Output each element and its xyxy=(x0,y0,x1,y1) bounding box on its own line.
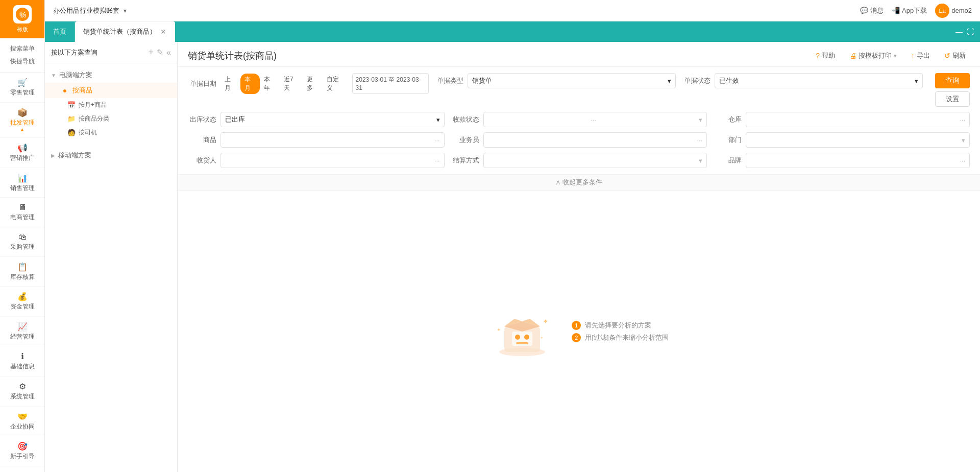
payment-label: 结算方式 xyxy=(451,156,479,165)
finance-label: 资金管理 xyxy=(10,303,35,311)
finance-icon: 💰 xyxy=(17,292,28,301)
help-icon: ? xyxy=(816,52,820,60)
tab-sales-stat[interactable]: 销货单统计表（按商品） ✕ xyxy=(75,21,175,42)
sidebar-item-system[interactable]: ⚙ 系统管理 xyxy=(0,376,44,407)
guide-label: 新手引导 xyxy=(10,453,35,461)
print-btn[interactable]: 🖨 按模板打印 ▾ xyxy=(845,49,901,62)
out-status-label: 出库状态 xyxy=(188,115,216,124)
collapse-bar[interactable]: ∧ 收起更多条件 xyxy=(178,175,980,191)
search-menu-label[interactable]: 搜索菜单 xyxy=(10,42,35,55)
department-label: 部门 xyxy=(713,135,742,145)
tab-maximize-icon[interactable]: ⛶ xyxy=(967,28,974,36)
doc-type-value: 销货单 xyxy=(472,76,492,85)
department-dropdown-icon: ▾ xyxy=(962,136,965,144)
date-tab-more[interactable]: 更多 xyxy=(303,74,323,94)
add-scheme-btn[interactable]: + xyxy=(149,47,154,58)
topbar-title: 办公用品行业模拟账套 xyxy=(53,6,119,15)
collapse-panel-btn[interactable]: « xyxy=(166,48,171,57)
pc-group-header[interactable]: ▼ 电脑端方案 xyxy=(45,67,177,83)
export-label: 导出 xyxy=(917,51,930,60)
app-download-btn[interactable]: 📲 App下载 xyxy=(892,6,927,15)
mobile-group-arrow: ▶ xyxy=(51,153,55,158)
payment-control[interactable]: ▾ xyxy=(483,153,707,168)
page-title: 销货单统计表(按商品) xyxy=(188,50,277,62)
receiver-dots: ··· xyxy=(434,157,440,164)
out-status-control[interactable]: 已出库 ▾ xyxy=(220,112,445,127)
refresh-btn[interactable]: ↺ 刷新 xyxy=(940,49,970,62)
sidebar-item-ecommerce[interactable]: 🖥 电商管理 xyxy=(0,198,44,227)
empty-steps: 1 请先选择要分析的方案 2 用[过滤]条件来缩小分析范围 xyxy=(572,321,668,342)
ecommerce-icon: 🖥 xyxy=(18,203,27,212)
sidebar-item-inventory[interactable]: 📋 库存核算 xyxy=(0,257,44,287)
system-label: 系统管理 xyxy=(10,393,35,401)
print-icon: 🖨 xyxy=(849,52,856,60)
brand-control[interactable]: ··· xyxy=(746,153,970,168)
logo-area[interactable]: 畅 标版 xyxy=(0,0,44,38)
tab-home[interactable]: 首页 xyxy=(45,21,75,42)
quick-nav-label[interactable]: 快捷导航 xyxy=(10,55,35,68)
left-panel: 按以下方案查询 + ✎ « ▼ 电脑端方案 ● 按商品 📅 按月 xyxy=(45,42,178,472)
product-control[interactable]: ··· xyxy=(220,132,445,148)
collect-status-dots: ··· xyxy=(591,116,596,124)
user-profile-btn[interactable]: Ea demo2 xyxy=(935,4,972,18)
help-btn[interactable]: ? 帮助 xyxy=(812,49,839,62)
receiver-control[interactable]: ··· xyxy=(220,153,445,168)
scheme-by-cashier[interactable]: 🧑 按司机 xyxy=(45,126,177,139)
user-name: demo2 xyxy=(951,7,972,14)
doc-status-control[interactable]: 已生效 ▾ xyxy=(715,73,923,88)
doc-status-dropdown-icon: ▾ xyxy=(915,77,918,85)
department-control[interactable]: ▾ xyxy=(746,132,970,148)
query-button[interactable]: 查询 xyxy=(935,73,970,88)
sidebar-item-finance[interactable]: 💰 资金管理 xyxy=(0,287,44,317)
sidebar-item-basic[interactable]: ℹ 基础信息 xyxy=(0,346,44,376)
scheme-by-month-product[interactable]: 📅 按月+商品 xyxy=(45,98,177,112)
marketing-label: 营销推广 xyxy=(10,154,35,162)
print-dropdown-icon[interactable]: ▾ xyxy=(894,53,897,59)
date-label: 单据日期 xyxy=(188,79,216,88)
sidebar-item-retail[interactable]: 🛒 零售管理 xyxy=(0,73,44,103)
sidebar-item-sales[interactable]: 📊 销售管理 xyxy=(0,168,44,198)
export-btn[interactable]: ↑ 导出 xyxy=(907,49,934,62)
by-category-label: 按商品分类 xyxy=(79,114,109,123)
set-button[interactable]: 设置 xyxy=(935,91,970,107)
sidebar-item-operation[interactable]: 📈 经营管理 xyxy=(0,317,44,347)
sidebar-item-guide[interactable]: 🎯 新手引导 xyxy=(0,436,44,466)
date-tab-this-month[interactable]: 本月 xyxy=(240,74,260,94)
sidebar-item-apps[interactable]: 📱 应用中心 xyxy=(0,466,44,472)
tab-close-icon[interactable]: ✕ xyxy=(160,28,166,35)
edit-scheme-btn[interactable]: ✎ xyxy=(157,48,163,57)
out-status-value: 已出库 xyxy=(225,115,245,124)
date-tab-custom[interactable]: 自定义 xyxy=(323,74,348,94)
tab-minimize-icon[interactable]: — xyxy=(955,28,963,36)
pc-scheme-group: ▼ 电脑端方案 ● 按商品 📅 按月+商品 📁 按商品分类 🧑 按司机 xyxy=(45,63,177,144)
date-tab-prev-month[interactable]: 上月 xyxy=(220,74,240,94)
inventory-icon: 📋 xyxy=(17,262,28,272)
step-2-num: 2 xyxy=(572,333,581,342)
sidebar-item-wholesale[interactable]: 📦 批发管理 ▲ xyxy=(0,103,44,138)
retail-icon: 🛒 xyxy=(17,78,28,87)
sidebar-item-coop[interactable]: 🤝 企业协同 xyxy=(0,407,44,437)
collect-status-control[interactable]: ··· ▾ xyxy=(483,112,707,127)
salesperson-control[interactable]: ··· xyxy=(483,132,707,148)
topbar-dropdown-icon[interactable]: ▾ xyxy=(124,7,127,14)
message-btn[interactable]: 💬 消息 xyxy=(860,6,884,15)
sidebar-item-marketing[interactable]: 📢 营销推广 xyxy=(0,138,44,168)
mobile-group-header[interactable]: ▶ 移动端方案 xyxy=(45,148,177,163)
receiver-label: 收货人 xyxy=(188,156,216,165)
left-panel-header: 按以下方案查询 + ✎ « xyxy=(45,42,177,63)
by-month-product-label: 按月+商品 xyxy=(79,101,107,109)
sidebar-item-purchase[interactable]: 🛍 采购管理 xyxy=(0,227,44,257)
date-tab-this-year[interactable]: 本年 xyxy=(260,74,280,94)
empty-step-1: 1 请先选择要分析的方案 xyxy=(572,321,651,330)
warehouse-control[interactable]: ··· xyxy=(746,112,970,127)
tab-actions: — ⛶ xyxy=(949,28,980,36)
date-tab-7days[interactable]: 近7天 xyxy=(280,74,303,94)
doc-type-control[interactable]: 销货单 ▾ xyxy=(468,73,676,88)
coop-icon: 🤝 xyxy=(17,412,28,421)
by-product-label: 按商品 xyxy=(72,86,92,95)
scheme-by-product[interactable]: ● 按商品 xyxy=(45,83,177,98)
wholesale-label: 批发管理 xyxy=(10,119,35,127)
scheme-by-category[interactable]: 📁 按商品分类 xyxy=(45,112,177,126)
date-range-display[interactable]: 2023-03-01 至 2023-03-31 xyxy=(352,73,429,94)
refresh-label: 刷新 xyxy=(952,51,966,60)
